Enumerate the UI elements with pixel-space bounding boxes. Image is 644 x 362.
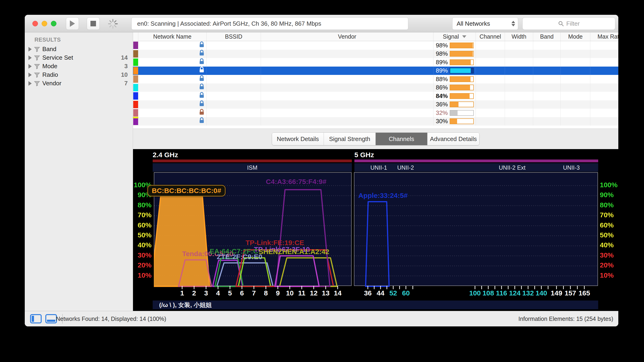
signal-bar <box>450 93 474 99</box>
channel-tick-label: 36 <box>364 289 372 297</box>
start-scan-button[interactable] <box>66 17 79 30</box>
play-icon <box>70 20 75 27</box>
table-row[interactable]: 98% <box>133 50 618 58</box>
table-row[interactable]: 32% <box>133 109 618 117</box>
band-segment-strip: ISM <box>153 163 352 172</box>
networks-table: Network NameBSSIDVendorSignalChannelWidt… <box>133 32 618 128</box>
titlebar: en0: Scanning | Associated: AirPort 5GHz… <box>25 15 618 32</box>
max-rate-cell <box>590 83 618 92</box>
band-cell <box>533 50 561 58</box>
tab-advanced-details[interactable]: Advanced Details <box>428 133 479 145</box>
band-segment-label: UNII-1 <box>370 164 387 171</box>
network-filter-value: All Networks <box>457 20 490 27</box>
close-window-button[interactable] <box>32 21 38 26</box>
stop-scan-button[interactable] <box>87 17 100 30</box>
signal-percent-axis-label: 20% <box>600 261 614 269</box>
sidebar-item-vendor[interactable]: Vendor 7 <box>25 79 133 88</box>
tab-network-details[interactable]: Network Details <box>272 133 324 145</box>
channel-tick-label: 1 <box>180 289 184 297</box>
channel-cell <box>476 75 505 83</box>
disclosure-triangle-icon[interactable] <box>28 47 32 51</box>
column-header-vendor[interactable]: Vendor <box>261 32 434 41</box>
table-row[interactable]: 36% <box>133 100 618 109</box>
zoom-window-button[interactable] <box>51 21 56 26</box>
band-cell <box>533 41 561 50</box>
channel-tick-label: 108 <box>482 289 494 297</box>
max-rate-cell <box>590 92 618 100</box>
sidebar-item-label: Service Set <box>42 54 73 61</box>
column-header-bssid[interactable]: BSSID <box>206 32 261 41</box>
column-header-chip[interactable] <box>133 32 138 41</box>
detail-tabs: Network DetailsSignal StrengthChannelsAd… <box>272 132 480 145</box>
table-row[interactable]: 89% <box>133 66 618 75</box>
table-row[interactable]: 88% <box>133 75 618 83</box>
filter-search-input[interactable]: Filter <box>522 17 615 30</box>
table-row[interactable]: 86% <box>133 83 618 92</box>
bssid-cell <box>206 66 261 75</box>
vendor-cell <box>261 92 434 100</box>
table-row[interactable]: 98% <box>133 41 618 50</box>
table-row[interactable]: 84% <box>133 92 618 100</box>
signal-percent-axis-label: 30% <box>133 251 152 259</box>
column-header-mode[interactable]: Mode <box>561 32 590 41</box>
table-row[interactable]: 89% <box>133 58 618 66</box>
disclosure-triangle-icon[interactable] <box>28 81 32 86</box>
channel-cell <box>476 83 505 92</box>
mode-cell <box>561 58 590 66</box>
band-cell <box>533 100 561 109</box>
lock-icon <box>199 92 204 99</box>
scan-status-field: en0: Scanning | Associated: AirPort 5GHz… <box>132 17 408 30</box>
column-header-max-rate[interactable]: Max Rate <box>590 32 618 41</box>
toggle-bottom-panel-icon[interactable] <box>45 314 57 324</box>
lock-icon <box>199 100 204 107</box>
signal-cell: 36% <box>434 100 476 109</box>
signal-percent-axis-label: 40% <box>600 241 614 249</box>
column-header-network-name[interactable]: Network Name <box>138 32 206 41</box>
signal-cell: 89% <box>434 66 476 75</box>
disclosure-triangle-icon[interactable] <box>28 73 32 77</box>
tab-signal-strength[interactable]: Signal Strength <box>324 133 376 145</box>
chart-title: 2.4 GHz <box>153 151 178 159</box>
toggle-sidebar-icon[interactable] <box>30 314 42 324</box>
column-header-band[interactable]: Band <box>533 32 561 41</box>
signal-bar <box>450 59 474 65</box>
sidebar-item-band[interactable]: Band <box>25 45 133 53</box>
signal-percent-axis-label: 90% <box>600 191 614 199</box>
results-sidebar: RESULTS Band Service Set 14 Mode 3 Radio… <box>25 32 133 311</box>
minimize-window-button[interactable] <box>42 21 47 26</box>
band-color-bar <box>153 159 352 162</box>
disclosure-triangle-icon[interactable] <box>28 64 32 69</box>
signal-cell: 98% <box>434 50 476 58</box>
signal-percent-axis-label: 60% <box>600 221 614 229</box>
disclosure-triangle-icon[interactable] <box>28 55 32 60</box>
signal-percent-axis-label: 100% <box>600 181 618 189</box>
network-filter-dropdown[interactable]: All Networks <box>452 17 518 30</box>
filter-funnel-icon <box>34 72 40 78</box>
table-row[interactable]: 30% <box>133 117 618 126</box>
channel-tick-label: 14 <box>334 289 342 297</box>
network-color-chip <box>133 100 138 109</box>
sidebar-item-label: Band <box>42 45 56 53</box>
signal-percent-axis-label: 30% <box>600 251 614 259</box>
selected-network-tooltip: BC:BC:BC:BC:BC:0# <box>147 185 226 196</box>
channel-tick-label: 7 <box>252 289 256 297</box>
network-curve-label: ZTE:2F:C9:E0 <box>217 253 262 261</box>
sidebar-item-service-set[interactable]: Service Set 14 <box>25 53 133 62</box>
width-cell <box>505 66 533 75</box>
column-header-width[interactable]: Width <box>505 32 533 41</box>
sidebar-item-count: 3 <box>124 63 128 70</box>
band-segment-label: UNII-2 <box>397 164 414 171</box>
column-header-signal[interactable]: Signal <box>434 32 476 41</box>
vendor-cell <box>261 41 434 50</box>
sidebar-item-mode[interactable]: Mode 3 <box>25 62 133 70</box>
bssid-cell <box>206 50 261 58</box>
signal-percent-axis-label: 70% <box>600 211 614 219</box>
bssid-cell <box>206 83 261 92</box>
sidebar-item-radio[interactable]: Radio 10 <box>25 70 133 79</box>
tab-channels[interactable]: Channels <box>376 133 428 145</box>
filter-funnel-icon <box>34 63 40 69</box>
channel-tick-label: 6 <box>240 289 244 297</box>
column-header-channel[interactable]: Channel <box>476 32 505 41</box>
mode-cell <box>561 75 590 83</box>
partial-row-chip <box>133 117 138 118</box>
